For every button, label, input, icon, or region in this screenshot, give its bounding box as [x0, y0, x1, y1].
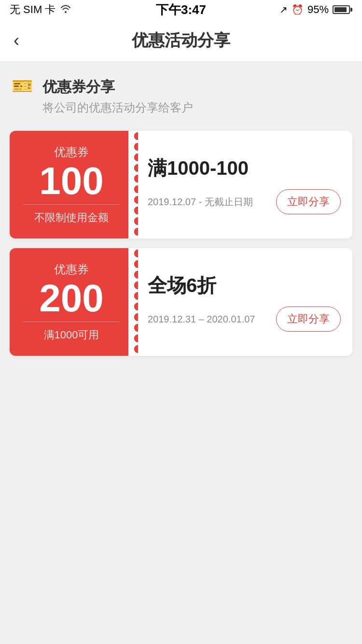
coupon-label-1: 优惠券	[54, 144, 89, 160]
coupon-left-2: 优惠券 200 满1000可用	[10, 248, 133, 356]
section-header: 🎫 优惠券分享 将公司的优惠活动分享给客户	[0, 62, 362, 123]
coupon-date-row-2: 2019.12.31 – 2020.01.07 立即分享	[148, 307, 341, 332]
coupon-list: 优惠券 100 不限制使用金额 满1000-100 2019.12.07 - 无…	[0, 123, 362, 364]
coupon-right-1: 满1000-100 2019.12.07 - 无截止日期 立即分享	[133, 131, 352, 238]
coupon-condition-1: 不限制使用金额	[34, 210, 109, 225]
coupon-divider-1	[23, 204, 120, 205]
coupon-divider-2	[23, 322, 120, 322]
wifi-icon	[60, 3, 71, 16]
coupon-name-1: 满1000-100	[148, 155, 341, 182]
coupon-date-row-1: 2019.12.07 - 无截止日期 立即分享	[148, 189, 341, 214]
coupon-amount-2: 200	[39, 279, 103, 318]
section-title: 优惠券分享	[42, 77, 193, 97]
section-subtitle: 将公司的优惠活动分享给客户	[42, 100, 193, 115]
coupon-date-2: 2019.12.31 – 2020.01.07	[148, 314, 255, 325]
coupon-condition-2: 满1000可用	[44, 328, 99, 342]
section-text-block: 优惠券分享 将公司的优惠活动分享给客户	[42, 77, 193, 115]
location-icon: ↗	[279, 4, 288, 15]
nav-bar: ‹ 优惠活动分享	[0, 19, 362, 62]
carrier-text: 无 SIM 卡	[10, 2, 56, 17]
section-icon: 🎫	[12, 77, 35, 100]
coupon-date-1: 2019.12.07 - 无截止日期	[148, 196, 253, 209]
battery-percent: 95%	[307, 3, 329, 16]
back-button[interactable]: ‹	[14, 30, 19, 51]
page-title: 优惠活动分享	[132, 29, 230, 52]
coupon-name-2: 全场6折	[148, 272, 341, 299]
status-bar: 无 SIM 卡 下午3:47 ↗ ⏰ 95%	[0, 0, 362, 19]
coupon-amount-1: 100	[39, 162, 103, 200]
alarm-icon: ⏰	[292, 4, 304, 15]
share-button-1[interactable]: 立即分享	[276, 189, 341, 214]
page-bottom	[0, 364, 362, 644]
coupon-label-2: 优惠券	[54, 262, 89, 277]
coupon-left-1: 优惠券 100 不限制使用金额	[10, 131, 133, 238]
status-time: 下午3:47	[156, 1, 206, 18]
status-right: ↗ ⏰ 95%	[279, 3, 352, 16]
coupon-card-1: 优惠券 100 不限制使用金额 满1000-100 2019.12.07 - 无…	[10, 131, 352, 238]
share-button-2[interactable]: 立即分享	[276, 307, 341, 332]
battery-icon	[333, 5, 352, 14]
coupon-right-2: 全场6折 2019.12.31 – 2020.01.07 立即分享	[133, 248, 352, 356]
status-left: 无 SIM 卡	[10, 2, 71, 17]
coupon-card-2: 优惠券 200 满1000可用 全场6折 2019.12.31 – 2020.0…	[10, 248, 352, 356]
